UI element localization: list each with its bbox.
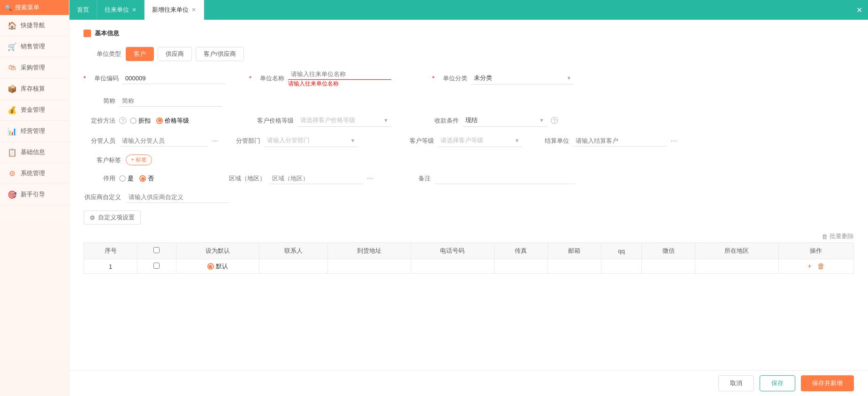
col-phone: 电话号码 [411,243,494,259]
department-label: 分管部门 [232,137,260,145]
sidebar-item-guide[interactable]: 🎯 新手引导 [0,184,69,205]
manager-more-btn[interactable]: ··· [212,137,218,145]
row-email [548,259,601,274]
settlement-more-btn[interactable]: ··· [670,137,677,145]
unit-category-select[interactable]: 未分类 ▼ [471,72,574,85]
radio-disabled-no[interactable]: 否 [139,174,154,183]
customer-tag-label: 客户标签 [84,156,121,164]
settings-icon: ⚙ [90,214,95,221]
sidebar-item-inventory[interactable]: 📦 库存核算 [0,78,69,100]
finance-icon: 💰 [8,105,17,115]
manager-input[interactable] [119,135,208,147]
btn-both[interactable]: 客户/供应商 [196,47,244,61]
col-contact: 联系人 [259,243,328,259]
btn-customer[interactable]: 客户 [126,47,154,61]
radio-price-level-label: 价格等级 [165,116,189,125]
radio-outer-no [139,175,146,182]
remarks-input[interactable] [434,173,575,184]
radio-price-level[interactable]: 价格等级 [156,116,189,125]
manager-group: 分管人员 ··· [84,135,218,147]
radio-discount[interactable]: 折扣 [130,116,151,125]
sidebar-item-operations[interactable]: 📊 经营管理 [0,121,69,142]
unit-code-label: 单位编码 [91,74,119,83]
cancel-button[interactable]: 取消 [718,375,754,391]
unit-name-label: 单位名称 [256,74,284,83]
disabled-label: 停用 [84,174,115,183]
row-add-btn[interactable]: + [806,262,814,271]
row-delete-btn[interactable]: 🗑 [815,262,827,271]
radio-disabled-yes[interactable]: 是 [119,174,134,183]
row-contact [259,259,328,274]
short-name-input[interactable] [119,95,222,107]
main-area: 首页 往来单位 ✕ 新增往来单位 ✕ ✕ 基本信息 单位类型 客户 供应商 客户… [69,0,868,396]
sidebar-item-purchase[interactable]: 🛍 采购管理 [0,57,69,78]
customer-price-group: 客户价格等级 请选择客户价格等级 ▼ [257,114,407,127]
pricing-method-group: 定价方法 ? 折扣 价格等级 [84,116,243,125]
tab-partners[interactable]: 往来单位 ✕ [97,0,145,20]
radio-inner-no [141,177,145,180]
department-placeholder: 请输入分管部门 [267,136,310,145]
row-qq [601,259,641,274]
row-radio-inner [209,265,212,268]
payment-terms-select[interactable]: 现结 ▼ [463,114,547,127]
unit-name-input[interactable] [288,69,391,80]
batch-delete-label[interactable]: 批量删除 [830,232,854,241]
region-input[interactable] [269,173,363,184]
unit-code-name-category-row: * 单位编码 * 单位名称 请输入往来单位名称 * 单位分类 未分类 ▼ [84,69,854,88]
required-star-code: * [84,75,86,82]
row-checkbox[interactable] [153,263,160,269]
tab-new-partner[interactable]: 新增往来单位 ✕ [145,0,204,20]
sidebar-item-label: 新手引导 [21,190,45,199]
radio-outer-price-level [156,117,163,124]
sidebar-item-quick-nav[interactable]: 🏠 快捷导航 [0,15,69,36]
row-default-radio[interactable]: 默认 [181,262,254,271]
supplier-custom-input[interactable] [126,192,229,203]
chevron-down-icon4: ▼ [350,138,355,143]
custom-settings-button[interactable]: ⚙ 自定义项设置 [84,210,141,225]
custom-settings-label: 自定义项设置 [98,213,135,222]
row-wechat [642,259,695,274]
col-action: 操作 [778,243,853,259]
select-all-checkbox[interactable] [153,247,160,253]
sidebar-item-sales[interactable]: 🛒 销售管理 [0,36,69,57]
sidebar-item-label: 库存核算 [21,85,45,93]
table-row: 1 默认 [84,259,854,274]
disabled-region-remarks-row: 停用 是 否 区域（地区） [84,173,854,184]
close-all-tabs[interactable]: ✕ [851,6,868,15]
unit-type-row: 单位类型 客户 供应商 客户/供应商 [84,47,854,61]
save-new-button[interactable]: 保存并新增 [801,375,854,391]
unit-code-input[interactable] [122,73,226,84]
tab-new-partner-close[interactable]: ✕ [191,7,196,13]
disabled-radio-group: 是 否 [119,174,154,183]
trash-icon: 🗑 [822,233,828,240]
row-default-cell: 默认 [176,259,259,274]
department-select[interactable]: 请输入分管部门 ▼ [264,134,358,147]
region-more-btn[interactable]: ··· [367,174,373,183]
col-wechat: 微信 [642,243,695,259]
col-qq: qq [601,243,641,259]
payment-terms-info-icon[interactable]: ? [551,117,558,124]
customer-level-select[interactable]: 请选择客户等级 ▼ [438,134,522,147]
sidebar-search[interactable]: 🔍 搜索菜单 [0,0,69,15]
manager-row: 分管人员 ··· 分管部门 请输入分管部门 ▼ 客户等级 请选择客户等级 ▼ [84,134,854,147]
tab-home[interactable]: 首页 [69,0,97,20]
payment-terms-value: 现结 [465,116,478,124]
col-checkbox [137,243,176,259]
btn-supplier[interactable]: 供应商 [158,47,192,61]
sidebar-item-system[interactable]: ⚙ 系统管理 [0,163,69,184]
customer-price-select[interactable]: 请选择客户价格等级 ▼ [297,114,391,127]
unit-name-error: 请输入往来单位名称 [288,80,391,88]
chevron-down-icon: ▼ [566,75,571,81]
save-button[interactable]: 保存 [760,375,795,391]
pricing-method-info-icon[interactable]: ? [119,117,126,124]
contact-table: 序号 设为默认 联系人 到货地址 电话号码 传真 邮箱 qq 微信 所在地区 操… [84,242,854,274]
sidebar-item-basic-info[interactable]: 📋 基础信息 [0,142,69,163]
tab-partners-close[interactable]: ✕ [132,7,137,13]
search-icon: 🔍 [5,4,12,11]
sidebar-item-finance[interactable]: 💰 资金管理 [0,100,69,121]
add-tag-button[interactable]: + 标签 [126,155,152,165]
settlement-label: 结算单位 [541,137,569,145]
row-region [695,259,778,274]
settlement-input[interactable] [573,135,667,147]
sidebar-item-label: 快捷导航 [21,21,45,30]
